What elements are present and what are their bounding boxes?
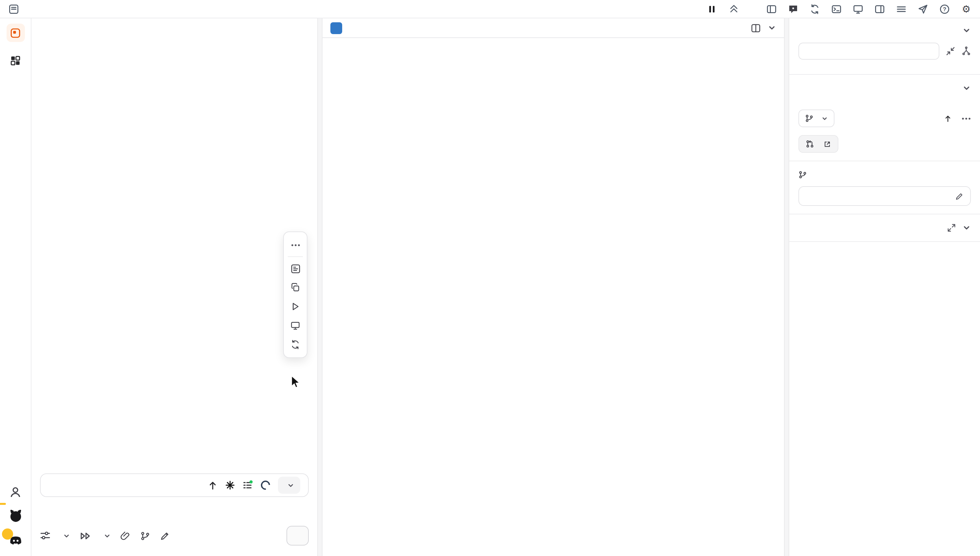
right-sidebar: [789, 18, 980, 556]
svg-text:?: ?: [943, 6, 946, 12]
git-branch-icon: [805, 114, 814, 123]
diff-body: [323, 38, 784, 556]
hierarchy-icon[interactable]: [962, 47, 971, 56]
terminal-icon[interactable]: [831, 3, 842, 15]
monitor-icon[interactable]: [852, 3, 864, 15]
paperclip-icon[interactable]: [121, 531, 131, 541]
chat-bubble-icon[interactable]: [787, 3, 799, 15]
play-icon[interactable]: [286, 297, 305, 316]
git-branch-icon: [798, 170, 807, 179]
github-stars-badge: [0, 503, 6, 505]
compare-icon[interactable]: [286, 335, 305, 354]
composer: [31, 474, 317, 556]
diff-icon[interactable]: [286, 259, 305, 278]
git-branch-icon[interactable]: [140, 531, 150, 541]
diff-header: [323, 18, 784, 38]
model-select[interactable]: [60, 532, 70, 539]
menu-icon[interactable]: [895, 3, 907, 15]
top-bar: ? ⚙: [0, 0, 980, 18]
open-pr-button[interactable]: [798, 135, 838, 153]
ts-file-badge: [330, 22, 342, 34]
more-icon[interactable]: [286, 235, 305, 254]
terminal-section-header[interactable]: [798, 223, 971, 232]
tune-icon[interactable]: [40, 530, 50, 541]
chat-panel: [31, 18, 317, 556]
branch-select[interactable]: [798, 110, 835, 127]
monitor-icon[interactable]: [286, 316, 305, 335]
panel-resizer[interactable]: [784, 18, 789, 556]
chevron-down-icon[interactable]: [768, 24, 776, 32]
left-rail: [0, 18, 31, 556]
chevron-down-icon: [103, 532, 111, 539]
loading-spinner: [259, 478, 272, 491]
collapse-tree-icon[interactable]: [946, 47, 955, 56]
arrow-up-icon[interactable]: [208, 480, 218, 490]
mode-select[interactable]: [101, 532, 111, 539]
panel-right-icon[interactable]: [874, 3, 886, 15]
changes-section-header[interactable]: [798, 26, 971, 35]
expand-icon[interactable]: [947, 223, 956, 232]
more-icon[interactable]: [962, 117, 971, 120]
message-input[interactable]: [40, 504, 309, 525]
chevron-down-icon: [821, 115, 828, 121]
git-section-header[interactable]: [798, 84, 971, 92]
diff-panel: [323, 18, 784, 556]
share-icon[interactable]: [917, 3, 929, 15]
git-compare-icon[interactable]: [809, 3, 821, 15]
discord-badge: [2, 529, 13, 540]
pen-icon[interactable]: [160, 531, 170, 541]
commits-ahead: [944, 115, 953, 122]
diff-status-card: [40, 474, 309, 497]
boards-tab-icon[interactable]: [6, 51, 24, 70]
send-button[interactable]: [286, 526, 309, 546]
github-icon[interactable]: [8, 509, 23, 523]
spark-icon[interactable]: [226, 481, 235, 490]
version-select[interactable]: [278, 477, 300, 494]
gear-icon[interactable]: ⚙: [960, 3, 972, 15]
app-window: ? ⚙: [0, 0, 980, 556]
account-icon[interactable]: [9, 486, 22, 498]
external-link-icon: [823, 140, 831, 148]
panel-resizer[interactable]: [317, 18, 323, 556]
arrow-up-icon: [944, 115, 952, 122]
collapse-up-icon[interactable]: [728, 3, 739, 15]
split-view-icon[interactable]: [751, 23, 761, 33]
chevron-down-icon[interactable]: [962, 84, 971, 92]
chevron-down-icon: [287, 482, 294, 489]
panel-left-icon[interactable]: [766, 3, 777, 15]
journal-icon[interactable]: [8, 3, 20, 15]
hover-toolbar: [283, 231, 307, 358]
agent-tab-icon[interactable]: [6, 24, 24, 42]
working-branch-header: [798, 170, 971, 179]
discord-icon[interactable]: [8, 534, 23, 548]
chevron-down-icon[interactable]: [962, 223, 971, 232]
chat-transcript: [31, 18, 317, 474]
todos-status-icon[interactable]: [242, 480, 253, 490]
pause-button[interactable]: [706, 3, 718, 15]
chevron-down-icon[interactable]: [962, 26, 971, 35]
pencil-icon[interactable]: [955, 192, 964, 200]
chevron-down-icon: [63, 532, 70, 539]
copy-icon[interactable]: [286, 278, 305, 297]
help-icon[interactable]: ?: [939, 3, 951, 15]
working-branch-field[interactable]: [798, 186, 971, 206]
pull-request-icon: [806, 140, 814, 148]
search-files-input[interactable]: [798, 43, 940, 60]
fast-forward-icon[interactable]: [80, 531, 91, 541]
